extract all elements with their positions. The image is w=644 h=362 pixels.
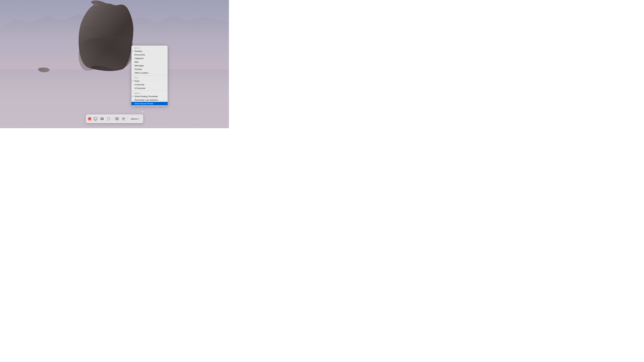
chevron-down-icon: ▾ <box>138 118 139 120</box>
save-to-header: Save to <box>132 46 168 49</box>
menu-item-5seconds[interactable]: 5 Seconds <box>132 83 168 86</box>
svg-rect-11 <box>108 117 110 120</box>
menu-item-floating-thumbnail-label: Show Floating Thumbnail <box>134 95 158 98</box>
close-icon: ✕ <box>89 118 90 120</box>
menu-item-desktop-label: Desktop <box>134 50 142 52</box>
menu-item-documents-label: Documents <box>134 53 145 56</box>
menu-item-remember-last-selection[interactable]: Remember Last Selection <box>132 98 168 102</box>
svg-rect-10 <box>101 118 103 119</box>
capture-window-button[interactable] <box>99 116 105 122</box>
capture-window-icon <box>100 117 104 120</box>
record-screen-button[interactable] <box>114 116 120 122</box>
screenshot-toolbar: ✕ Option <box>86 114 143 123</box>
toolbar-divider <box>113 117 113 121</box>
menu-item-documents[interactable]: Documents <box>132 53 168 56</box>
svg-point-4 <box>38 67 44 71</box>
menu-item-desktop[interactable]: ✓ Desktop <box>132 49 168 53</box>
desktop-background <box>0 0 229 128</box>
record-selection-icon <box>122 117 125 120</box>
options-button[interactable]: Options ▾ <box>129 117 141 121</box>
menu-item-clipboard-label: Clipboard <box>134 57 144 59</box>
menu-item-mail[interactable]: Mail <box>132 60 168 64</box>
menu-item-show-mouse-pointer-label: Show Mouse Pointer <box>134 102 154 105</box>
capture-entire-screen-button[interactable] <box>92 116 98 122</box>
menu-item-10seconds[interactable]: 10 Seconds <box>132 86 168 90</box>
menu-item-mail-label: Mail <box>134 61 138 63</box>
menu-item-show-mouse-pointer[interactable]: Show Mouse Pointer <box>132 102 168 105</box>
checkmark-floating-thumbnail: ✓ <box>132 95 134 97</box>
divider-2 <box>132 91 168 91</box>
timer-header: Timer <box>132 76 168 79</box>
record-screen-icon <box>115 117 119 120</box>
menu-item-show-floating-thumbnail[interactable]: ✓ Show Floating Thumbnail <box>132 95 168 98</box>
options-header: Options <box>132 91 168 95</box>
menu-item-none[interactable]: ✓ None <box>132 79 168 83</box>
menu-item-clipboard[interactable]: Clipboard <box>132 56 168 60</box>
menu-item-preview-label: Preview <box>134 68 142 70</box>
menu-item-preview[interactable]: Preview <box>132 67 168 71</box>
capture-screen-icon <box>94 117 97 120</box>
menu-item-other-location-label: Other Location... <box>134 72 150 74</box>
context-menu: Save to ✓ Desktop Documents Clipboard Ma… <box>132 45 168 106</box>
menu-item-messages[interactable]: Messages <box>132 64 168 67</box>
landscape-svg <box>0 0 229 128</box>
menu-item-other-location[interactable]: Other Location... <box>132 71 168 75</box>
checkmark-desktop: ✓ <box>132 50 134 52</box>
capture-selection-icon <box>107 117 110 120</box>
svg-point-15 <box>123 118 124 119</box>
capture-selection-button[interactable] <box>106 116 112 122</box>
menu-item-10seconds-label: 10 Seconds <box>134 87 146 89</box>
menu-item-messages-label: Messages <box>134 64 144 67</box>
close-button[interactable]: ✕ <box>88 117 91 120</box>
options-label: Options <box>131 118 138 120</box>
checkmark-none: ✓ <box>132 80 134 82</box>
menu-item-none-label: None <box>134 80 140 82</box>
record-selection-button[interactable] <box>120 116 127 122</box>
menu-item-remember-last-selection-label: Remember Last Selection <box>134 99 158 101</box>
divider-1 <box>132 75 168 75</box>
menu-item-5seconds-label: 5 Seconds <box>134 83 144 86</box>
svg-point-13 <box>116 118 118 119</box>
svg-rect-6 <box>94 117 97 120</box>
